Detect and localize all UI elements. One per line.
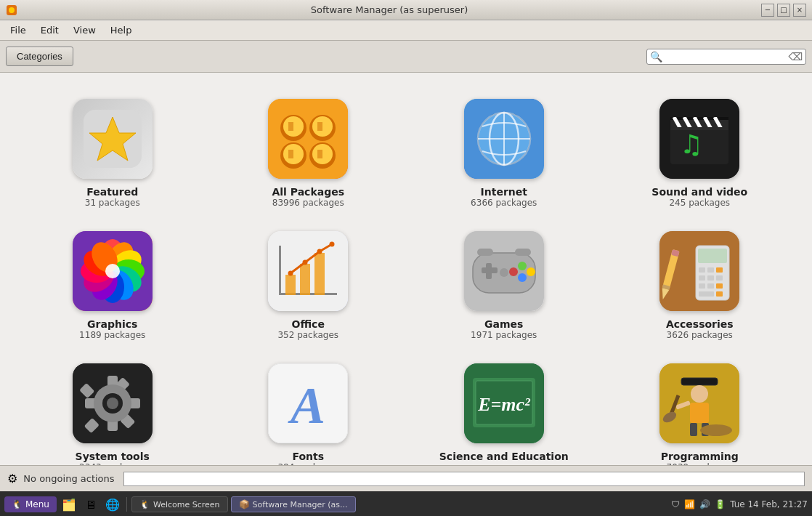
toolbar: Categories 🔍 ⌫ (0, 41, 812, 73)
svg-rect-57 (486, 263, 492, 279)
featured-count: 31 packages (85, 198, 140, 208)
statusbar: ⚙ No ongoing actions (0, 465, 812, 491)
category-featured[interactable]: Featured 31 packages (15, 87, 211, 219)
svg-point-51 (303, 260, 308, 265)
svg-rect-104 (690, 403, 709, 423)
svg-point-58 (518, 262, 527, 270)
svg-rect-70 (716, 267, 723, 273)
titlebar-controls: − □ × (761, 4, 806, 17)
category-soundvideo[interactable]: ♫ Sound and video 245 packages (602, 87, 798, 219)
fonts-count: 384 packages (277, 462, 338, 465)
categories-button[interactable]: Categories (6, 47, 73, 66)
taskbar-files-icon[interactable]: 🗂️ (60, 495, 78, 514)
category-office[interactable]: Office 352 packages (211, 219, 407, 352)
svg-rect-64 (515, 249, 531, 256)
taskbar-welcome-icon: 🐧 (139, 499, 150, 509)
svg-point-61 (527, 267, 535, 276)
svg-text:♫: ♫ (680, 129, 703, 159)
programming-icon (659, 363, 739, 443)
svg-rect-63 (477, 249, 493, 256)
clear-search-icon[interactable]: ⌫ (788, 51, 803, 63)
internet-icon (464, 99, 544, 179)
fonts-icon: A (268, 363, 348, 443)
programming-name: Programming (661, 451, 739, 462)
office-icon (268, 231, 348, 311)
menu-edit[interactable]: Edit (33, 22, 66, 39)
search-icon: 🔍 (650, 51, 662, 63)
svg-rect-75 (707, 283, 714, 289)
category-games[interactable]: Games 1971 packages (406, 219, 602, 352)
svg-point-53 (330, 242, 335, 247)
svg-rect-105 (690, 423, 697, 436)
svg-point-94 (107, 398, 118, 409)
office-count: 352 packages (277, 330, 338, 340)
svg-rect-77 (699, 291, 714, 297)
svg-rect-47 (285, 275, 296, 295)
svg-point-110 (700, 424, 732, 436)
programming-count: 7039 packages (667, 462, 733, 465)
category-science[interactable]: E=mc² Science and Education (406, 352, 602, 465)
menu-view[interactable]: View (66, 22, 103, 39)
taskbar-browser-icon[interactable]: 🌐 (103, 495, 122, 514)
svg-point-103 (691, 385, 708, 403)
taskbar-separator (126, 497, 127, 512)
taskbar-softwaremanager-button[interactable]: 📦 Software Manager (as... (231, 496, 356, 512)
systemtools-name: System tools (76, 451, 150, 462)
taskbar-menu-button[interactable]: 🐧 Menu (4, 496, 57, 512)
svg-point-60 (518, 273, 527, 282)
maximize-button[interactable]: □ (777, 4, 790, 17)
svg-rect-68 (699, 267, 705, 273)
taskbar-softwaremanager-icon: 📦 (239, 499, 250, 509)
svg-rect-46 (279, 246, 281, 295)
titlebar: Software Manager (as superuser) − □ × (0, 0, 812, 20)
featured-name: Featured (86, 186, 138, 198)
svg-rect-78 (716, 291, 723, 297)
search-input[interactable] (665, 51, 788, 62)
category-programming[interactable]: Programming 7039 packages (602, 352, 798, 465)
graphics-count: 1189 packages (79, 330, 145, 340)
taskbar-shield-icon: 🛡 (671, 499, 680, 509)
accessories-name: Accessories (666, 318, 734, 330)
category-graphics[interactable]: Graphics 1189 packages (15, 219, 211, 352)
taskbar-wifi-icon: 📶 (684, 499, 695, 509)
soundvideo-icon: ♫ (659, 99, 739, 179)
allpackages-icon (268, 99, 348, 179)
systemtools-icon (73, 363, 153, 443)
category-internet[interactable]: Internet 6366 packages (406, 87, 602, 219)
svg-rect-67 (698, 249, 727, 263)
close-button[interactable]: × (793, 4, 806, 17)
taskbar-right: 🛡 📶 🔊 🔋 Tue 14 Feb, 21:27 (671, 499, 808, 509)
soundvideo-count: 245 packages (669, 198, 730, 208)
category-accessories[interactable]: Accessories 3626 packages (602, 219, 798, 352)
category-grid: Featured 31 packages (7, 80, 805, 465)
menu-help[interactable]: Help (103, 22, 139, 39)
internet-name: Internet (481, 186, 527, 198)
taskbar-welcome-button[interactable]: 🐧 Welcome Screen (131, 496, 228, 512)
svg-rect-73 (716, 275, 723, 281)
svg-point-59 (509, 267, 518, 276)
category-systemtools[interactable]: System tools 2343 packages (15, 352, 211, 465)
taskbar-battery-icon: 🔋 (715, 499, 726, 509)
category-allpackages[interactable]: All Packages 83996 packages (211, 87, 407, 219)
games-name: Games (484, 318, 523, 330)
svg-rect-4 (268, 99, 348, 179)
systemtools-count: 2343 packages (79, 462, 145, 465)
graphics-icon (73, 231, 153, 311)
allpackages-name: All Packages (272, 186, 344, 198)
minimize-button[interactable]: − (761, 4, 774, 17)
svg-rect-49 (314, 253, 325, 295)
games-icon (464, 231, 544, 311)
main-content: Featured 31 packages (0, 73, 812, 465)
games-count: 1971 packages (471, 330, 537, 340)
svg-rect-22 (670, 117, 728, 120)
graphics-name: Graphics (87, 318, 137, 330)
allpackages-count: 83996 packages (272, 198, 344, 208)
menu-file[interactable]: File (3, 22, 33, 39)
taskbar-terminal-icon[interactable]: 🖥 (81, 495, 100, 514)
taskbar-time: Tue 14 Feb, 21:27 (730, 499, 808, 509)
office-name: Office (292, 318, 325, 330)
svg-point-1 (9, 7, 15, 13)
svg-rect-76 (716, 283, 723, 289)
category-fonts[interactable]: A Fonts 384 packages (211, 352, 407, 465)
titlebar-icon (6, 4, 17, 16)
